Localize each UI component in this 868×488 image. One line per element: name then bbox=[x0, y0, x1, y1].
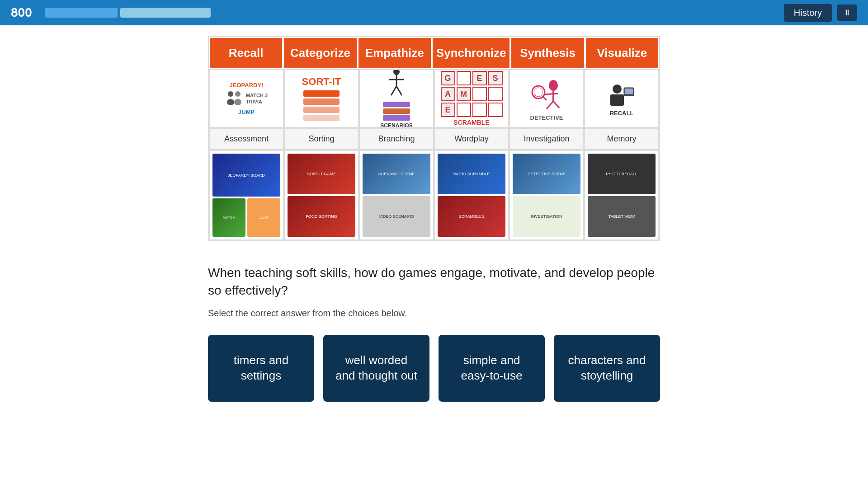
main-content: Recall Categorize Empathize Synchronize … bbox=[0, 25, 868, 413]
svg-point-3 bbox=[234, 99, 241, 105]
walking-person-icon bbox=[384, 69, 409, 100]
svg-line-16 bbox=[543, 97, 547, 100]
label-branching: Branching bbox=[359, 128, 434, 150]
pause-button[interactable]: ⏸ bbox=[837, 5, 857, 21]
screenshots-memory: PHOTO RECALL TABLET VIEW bbox=[584, 150, 659, 240]
progress-remaining bbox=[120, 8, 211, 18]
answer-option-2[interactable]: well worded and thought out bbox=[323, 335, 429, 402]
answer-option-4[interactable]: characters and stoytelling bbox=[554, 335, 660, 402]
top-bar-right: History ⏸ bbox=[784, 4, 857, 22]
label-wordplay: Wordplay bbox=[434, 128, 509, 150]
header-visualize: Visualize bbox=[585, 37, 659, 69]
svg-point-0 bbox=[228, 91, 233, 97]
svg-rect-18 bbox=[610, 94, 624, 106]
label-assessment: Assessment bbox=[209, 128, 284, 150]
svg-point-17 bbox=[613, 84, 622, 94]
progress-bar bbox=[45, 8, 211, 18]
grid-icon-row: JEOPARDY! MATCH 3 TRIVIA bbox=[209, 69, 659, 128]
grid-screenshot-row: JEOPARDY BOARD MATCH JUMP SORT-IT GAME F… bbox=[209, 150, 659, 240]
history-button[interactable]: History bbox=[784, 4, 832, 22]
svg-point-15 bbox=[534, 88, 543, 97]
svg-line-8 bbox=[396, 86, 402, 95]
progress-filled bbox=[45, 8, 118, 18]
pause-icon: ⏸ bbox=[843, 8, 851, 18]
icon-proto-recall: RECALL bbox=[584, 69, 659, 128]
answer-options: timers and settings well worded and thou… bbox=[208, 335, 660, 402]
screenshots-wordplay: WORD SCRAMBLE SCRAMBLE 2 bbox=[434, 150, 509, 240]
svg-point-2 bbox=[235, 91, 241, 97]
screenshots-investigation: DETECTIVE SCENE INVESTIGATION bbox=[509, 150, 584, 240]
detective-figure-icon bbox=[528, 76, 565, 113]
icon-detective: DETECTIVE bbox=[509, 69, 584, 128]
label-investigation: Investigation bbox=[509, 128, 584, 150]
score-display: 800 bbox=[11, 5, 38, 20]
header-categorize: Categorize bbox=[283, 37, 357, 69]
svg-line-12 bbox=[547, 101, 553, 109]
people-icon bbox=[225, 89, 243, 108]
header-empathize: Empathize bbox=[358, 37, 432, 69]
svg-point-1 bbox=[227, 99, 234, 105]
header-synthesis: Synthesis bbox=[510, 37, 585, 69]
answer-option-1[interactable]: timers and settings bbox=[208, 335, 314, 402]
svg-point-4 bbox=[393, 69, 400, 75]
svg-line-13 bbox=[553, 101, 559, 108]
top-bar: 800 History ⏸ bbox=[0, 0, 868, 25]
screenshots-categorize: SORT-IT GAME FOOD SORTING bbox=[284, 150, 359, 240]
svg-rect-20 bbox=[625, 89, 633, 94]
label-sorting: Sorting bbox=[284, 128, 359, 150]
screenshots-empathize: SCENARIO SCENE VIDEO SCENARIO bbox=[359, 150, 434, 240]
icon-recall: JEOPARDY! MATCH 3 TRIVIA bbox=[209, 69, 284, 128]
person-screen-icon bbox=[608, 81, 635, 108]
svg-point-9 bbox=[549, 80, 558, 91]
icon-sortit: SORT-IT bbox=[284, 69, 359, 128]
header-synchronize: Synchronize bbox=[432, 37, 511, 69]
icon-scramble: G E S A M E SCRAMBLE bbox=[434, 69, 509, 128]
question-instruction: Select the correct answer from the choic… bbox=[208, 308, 660, 319]
question-section: When teaching soft skills, how do games … bbox=[208, 264, 660, 402]
game-grid: Recall Categorize Empathize Synchronize … bbox=[208, 36, 660, 241]
grid-label-row: Assessment Sorting Branching Wordplay In… bbox=[209, 128, 659, 150]
answer-option-3[interactable]: simple and easy-to-use bbox=[439, 335, 545, 402]
screenshots-recall: JEOPARDY BOARD MATCH JUMP bbox=[209, 150, 284, 240]
svg-line-7 bbox=[391, 86, 396, 95]
label-memory: Memory bbox=[584, 128, 659, 150]
header-recall: Recall bbox=[209, 37, 283, 69]
grid-header-row: Recall Categorize Empathize Synchronize … bbox=[209, 37, 659, 69]
icon-scenarios: SCENARIOS bbox=[359, 69, 434, 128]
svg-line-11 bbox=[544, 94, 558, 94]
question-text: When teaching soft skills, how do games … bbox=[208, 264, 660, 299]
